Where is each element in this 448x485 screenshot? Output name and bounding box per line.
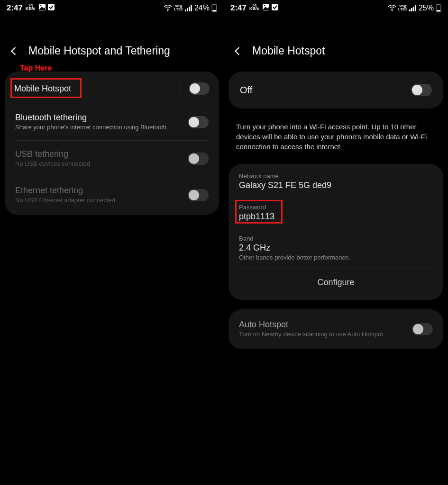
row-title: USB tethering — [15, 149, 188, 159]
signal-icon — [409, 5, 417, 11]
status-network: Vo)) LTE1 — [398, 5, 407, 11]
row-subtitle: Share your phone's internet connection u… — [15, 124, 188, 132]
network-name-label: Network name — [239, 172, 433, 180]
svg-rect-6 — [189, 7, 190, 11]
mobile-hotspot-row[interactable]: Mobile Hotspot — [5, 73, 219, 104]
usb-tethering-toggle — [188, 153, 209, 165]
row-title: Auto Hotspot — [239, 320, 412, 330]
page-header: Mobile Hotspot and Tethering — [0, 16, 224, 72]
wifi-icon — [164, 5, 172, 11]
back-icon[interactable] — [9, 46, 19, 56]
network-name-row[interactable]: Network name Galaxy S21 FE 5G ded9 — [229, 166, 443, 197]
svg-rect-18 — [415, 5, 416, 11]
hotspot-config-card: Network name Galaxy S21 FE 5G ded9 Passw… — [229, 164, 443, 300]
status-time: 2:47 — [230, 3, 247, 13]
auto-hotspot-card: Auto Hotspot Turn on Nearby device scann… — [229, 309, 443, 349]
status-time: 2:47 — [7, 3, 23, 13]
svg-rect-17 — [413, 7, 414, 11]
band-value: 2.4 GHz — [239, 243, 433, 253]
checkbox-icon — [47, 3, 55, 11]
row-title: Ethernet tethering — [15, 186, 188, 196]
tap-here-annotation: Tap Here — [20, 64, 52, 72]
hotspot-main-toggle[interactable] — [411, 84, 432, 96]
usb-tethering-row: USB tethering No USB devices connected — [5, 141, 219, 177]
battery-icon — [211, 4, 217, 12]
band-sub: Other bands provide better performance. — [239, 254, 433, 261]
hotspot-off-row: Off — [229, 73, 443, 107]
settings-card: Mobile Hotspot Bluetooth tethering Share… — [5, 72, 219, 215]
page-title: Mobile Hotspot — [252, 45, 325, 57]
auto-hotspot-toggle — [412, 323, 433, 335]
network-name-value: Galaxy S21 FE 5G ded9 — [239, 180, 433, 190]
bluetooth-tethering-row[interactable]: Bluetooth tethering Share your phone's i… — [5, 104, 219, 140]
image-icon — [38, 3, 46, 11]
page-title: Mobile Hotspot and Tethering — [28, 45, 170, 57]
configure-button[interactable]: Configure — [229, 268, 443, 298]
svg-point-1 — [40, 5, 41, 7]
phone-screen-left: 2:47 74 KB/s Vo)) LTE1 24% Mobile Hotspo… — [0, 0, 224, 485]
checkbox-icon — [271, 3, 279, 11]
ethernet-tethering-toggle — [188, 189, 209, 201]
signal-icon — [185, 5, 192, 11]
highlight-box-password — [235, 200, 283, 224]
status-bar: 2:47 74 KB/s Vo)) LTE1 25% — [224, 0, 448, 16]
phone-screen-right: 2:47 74 KB/s Vo)) LTE1 25% Mobile Hotspo… — [224, 0, 448, 485]
toggle-divider — [180, 82, 180, 95]
svg-rect-21 — [437, 10, 440, 11]
mobile-hotspot-toggle[interactable] — [189, 82, 210, 95]
ethernet-tethering-row: Ethernet tethering No USB Ethernet adapt… — [5, 177, 219, 213]
description-text: Turn your phone into a Wi-Fi access poin… — [236, 122, 436, 152]
svg-rect-15 — [409, 9, 411, 11]
svg-point-14 — [392, 10, 393, 11]
auto-hotspot-row: Auto Hotspot Turn on Nearby device scann… — [229, 311, 443, 347]
row-title: Bluetooth tethering — [15, 113, 188, 123]
band-label: Band — [239, 235, 433, 242]
bluetooth-tethering-toggle[interactable] — [188, 116, 209, 128]
band-row[interactable]: Band 2.4 GHz Other bands provide better … — [229, 228, 443, 268]
status-battery: 24% — [194, 4, 210, 12]
svg-point-12 — [264, 5, 265, 7]
image-icon — [262, 3, 270, 11]
status-network: Vo)) LTE1 — [174, 5, 183, 11]
svg-rect-10 — [213, 10, 216, 11]
status-battery: 25% — [419, 4, 434, 12]
off-label: Off — [240, 85, 411, 96]
description-block: Turn your phone into a Wi-Fi access poin… — [224, 117, 448, 154]
status-bar: 2:47 74 KB/s Vo)) LTE1 24% — [0, 0, 224, 16]
battery-icon — [436, 4, 441, 12]
wifi-icon — [388, 5, 396, 11]
svg-rect-2 — [48, 4, 55, 10]
row-subtitle: No USB devices connected — [15, 160, 188, 168]
row-subtitle: Turn on Nearby device scanning to use Au… — [239, 331, 412, 339]
back-icon[interactable] — [232, 46, 243, 56]
svg-rect-7 — [191, 5, 192, 11]
row-subtitle: No USB Ethernet adapter connected — [15, 197, 188, 205]
password-row[interactable]: Password ptpb1113 — [229, 197, 443, 228]
svg-rect-5 — [187, 8, 188, 11]
status-speed: 74 KB/s — [26, 4, 36, 10]
svg-rect-13 — [272, 4, 278, 10]
page-header: Mobile Hotspot — [224, 16, 448, 72]
highlight-box-mobile-hotspot — [10, 78, 82, 98]
svg-rect-16 — [411, 8, 412, 11]
status-speed: 74 KB/s — [249, 4, 259, 10]
hotspot-off-card: Off — [229, 72, 443, 108]
svg-rect-4 — [185, 9, 186, 11]
svg-point-3 — [167, 10, 168, 11]
